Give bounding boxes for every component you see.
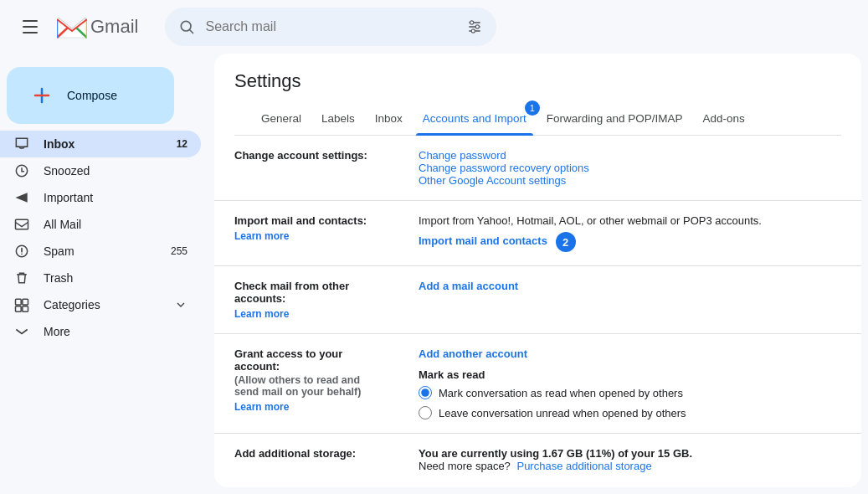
svg-marker-12 [16,193,28,203]
svg-rect-13 [16,219,28,229]
spam-count: 255 [171,245,187,257]
import-learn-more-link[interactable]: Learn more [234,230,378,242]
tabs-bar: General Labels Inbox Accounts and Import… [234,102,841,136]
settings-table: Change account settings: Change password… [214,136,861,486]
tab-inbox[interactable]: Inbox [368,102,409,135]
sidebar-item-label: Trash [44,271,73,285]
change-password-link[interactable]: Change password [419,149,506,162]
import-mail-contacts-link[interactable]: Import mail and contacts [419,234,547,247]
settings-value: You are currently using 1.67 GB (11%) of… [398,434,861,486]
tab-addons[interactable]: Add-ons [696,102,752,135]
snoozed-icon [13,162,30,179]
sidebar-item-categories[interactable]: Categories [0,291,201,318]
tab-accounts-label: Accounts and Import [423,112,526,125]
grant-access-learn-more-link[interactable]: Learn more [234,401,378,413]
settings-value: Add another account Mark as read Mark co… [398,334,861,434]
sidebar-item-label: Categories [44,298,100,311]
settings-row-change-account: Change account settings: Change password… [214,136,861,201]
sidebar-item-spam[interactable]: Spam 255 [0,238,201,265]
more-icon [13,323,30,340]
sidebar-item-allmail[interactable]: All Mail [0,211,201,238]
header: Gmail [0,0,868,54]
tab-labels[interactable]: Labels [315,102,362,135]
settings-title: Settings [234,70,841,92]
svg-point-16 [21,254,23,255]
search-wrapper[interactable] [165,8,496,46]
compose-button[interactable]: Compose [7,67,174,124]
add-another-account-link[interactable]: Add another account [419,347,527,360]
expand-icon [174,298,187,311]
logo: Gmail [57,16,138,39]
radio-leave-unread[interactable]: Leave conversation unread when opened by… [419,406,841,419]
import-description: Import from Yahoo!, Hotmail, AOL, or oth… [419,214,762,227]
svg-rect-20 [16,306,22,312]
inbox-count: 12 [177,138,187,150]
sidebar-item-label: More [44,325,70,338]
svg-point-7 [471,29,475,33]
settings-row-check-mail: Check mail from other accounts: Learn mo… [214,266,861,334]
svg-point-5 [470,21,474,24]
svg-rect-18 [16,299,22,305]
radio-leave-unread-input[interactable] [419,406,432,419]
change-password-recovery-link[interactable]: Change password recovery options [419,162,589,174]
purchase-storage-link[interactable]: Purchase additional storage [516,460,651,472]
mark-as-read-label: Mark as read [419,368,841,381]
gmail-logo-icon [57,16,87,39]
settings-row-add-storage: Add additional storage: You are currentl… [214,434,861,486]
tab-general[interactable]: General [254,102,308,135]
sidebar-item-label: Spam [44,244,74,258]
svg-point-6 [475,25,479,28]
storage-usage-text: You are currently using 1.67 GB (11%) of… [419,447,692,460]
menu-button[interactable] [13,10,47,44]
sidebar-item-inbox[interactable]: Inbox 12 [0,131,201,157]
settings-row-grant-access: Grant access to your account: (Allow oth… [214,334,861,434]
tab-accounts-badge: 1 [525,100,540,116]
settings-value: Add a mail account [398,266,861,334]
radio-leave-unread-label: Leave conversation unread when opened by… [439,407,686,419]
settings-label: Grant access to your account: (Allow oth… [214,334,398,434]
settings-label: Check mail from other accounts: Learn mo… [214,266,398,334]
sidebar-item-more[interactable]: More [0,318,201,345]
settings-header: Settings General Labels Inbox Accounts a… [214,54,861,136]
hamburger-icon [23,20,38,33]
main-content: Settings General Labels Inbox Accounts a… [214,54,861,487]
google-account-settings-link[interactable]: Other Google Account settings [419,174,566,187]
inbox-icon [13,136,30,152]
settings-label: Import mail and contacts: Learn more [214,201,398,266]
sidebar-item-important[interactable]: Important [0,184,201,211]
svg-line-1 [190,30,193,33]
compose-label: Compose [67,89,117,102]
trash-icon [13,270,30,286]
compose-icon [27,80,57,111]
tab-forwarding[interactable]: Forwarding and POP/IMAP [540,102,690,135]
sidebar-item-label: Snoozed [44,164,90,178]
sidebar-item-trash[interactable]: Trash [0,265,201,291]
radio-mark-read[interactable]: Mark conversation as read when opened by… [419,386,841,399]
storage-sub-text: Need more space? [419,460,511,472]
tab-accounts[interactable]: Accounts and Import 1 [416,102,533,135]
badge-2: 2 [556,232,576,252]
app-container: Gmail [0,0,868,494]
app-name-text: Gmail [90,16,138,38]
settings-row-import: Import mail and contacts: Learn more Imp… [214,201,861,266]
radio-mark-read-label: Mark conversation as read when opened by… [439,387,683,399]
spam-icon [13,243,30,260]
add-mail-account-link[interactable]: Add a mail account [419,280,518,292]
sidebar-item-label: Inbox [44,137,74,151]
sidebar-item-label: All Mail [44,218,81,231]
search-input[interactable] [205,19,456,34]
sidebar-item-snoozed[interactable]: Snoozed [0,157,201,184]
sidebar-item-label: Important [44,191,93,204]
settings-value: Import from Yahoo!, Hotmail, AOL, or oth… [398,201,861,266]
svg-rect-21 [23,306,28,312]
categories-icon [13,296,30,313]
radio-mark-read-input[interactable] [419,386,432,399]
important-icon [13,189,30,206]
settings-content: Change account settings: Change password… [214,136,861,487]
check-mail-learn-more-link[interactable]: Learn more [234,308,378,320]
settings-label: Add additional storage: [214,434,398,486]
sidebar: Compose Inbox 12 [0,54,214,494]
grant-access-sub-label: (Allow others to read and send mail on y… [234,374,378,398]
body: Compose Inbox 12 [0,54,868,494]
search-options-icon[interactable] [466,18,483,35]
